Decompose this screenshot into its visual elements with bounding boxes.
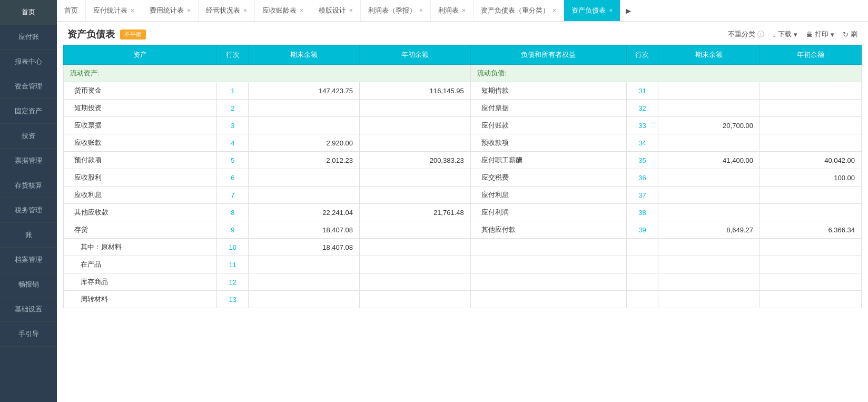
left-row-num: 12 xyxy=(217,273,249,291)
right-start-balance: 100.00 xyxy=(760,169,861,187)
left-start-balance xyxy=(360,273,471,291)
tab-balance-sheet[interactable]: 资产负债表 × xyxy=(564,0,620,21)
left-row-num: 9 xyxy=(217,221,249,239)
right-end-balance: 41,400.00 xyxy=(658,152,760,169)
right-label-cell xyxy=(470,239,626,256)
sidebar-item-cash-management[interactable]: 资金管理 xyxy=(0,74,57,99)
table-row: 应收股利 6 应交税费 36 100.00 xyxy=(64,169,862,187)
right-row-num: 33 xyxy=(626,117,658,134)
table-row: 预付款项 5 2,012.23 200,383.23 应付职工薪酬 35 41,… xyxy=(64,152,862,169)
table-row: 应收利息 7 应付利息 37 xyxy=(64,187,862,204)
sidebar-item-guide[interactable]: 手引导 xyxy=(0,322,57,347)
sidebar-item-home[interactable]: 首页 xyxy=(0,0,57,25)
right-end-balance: 8,649.27 xyxy=(658,221,760,239)
sidebar-item-file-management[interactable]: 档案管理 xyxy=(0,248,57,272)
balance-sheet-table-wrapper: 资产 行次 期末余额 年初余额 负债和所有者权益 行次 期末余额 年初余额 流动… xyxy=(57,45,868,319)
left-start-balance xyxy=(360,169,471,187)
left-end-balance xyxy=(249,256,360,273)
tab-home[interactable]: 首页 xyxy=(57,0,86,21)
right-start-balance xyxy=(760,134,861,152)
sidebar-item-basic-settings[interactable]: 基础设置 xyxy=(0,297,57,322)
right-start-balance xyxy=(760,187,861,204)
left-start-balance: 21,761.48 xyxy=(360,204,471,221)
left-start-balance xyxy=(360,221,471,239)
tab-operations[interactable]: 经营状况表 × xyxy=(199,0,255,21)
left-label-cell: 应收票据 xyxy=(64,117,217,134)
right-row-num xyxy=(626,256,658,273)
sidebar-item-stock-settlement[interactable]: 存货核算 xyxy=(0,173,57,198)
page-title-area: 资产负债表 不平衡 xyxy=(67,28,146,41)
tab-bar: 首页 应付统计表 × 费用统计表 × 经营状况表 × 应收账龄表 × 模版设计 … xyxy=(57,0,868,22)
right-end-balance xyxy=(658,169,760,187)
sidebar-item-accounting[interactable]: 账 xyxy=(0,223,57,248)
tab-payable-stats[interactable]: 应付统计表 × xyxy=(86,0,142,21)
right-start-balance xyxy=(760,291,861,308)
right-label-cell xyxy=(470,256,626,273)
left-label-cell: 应收账款 xyxy=(64,134,217,152)
close-tab-operations[interactable]: × xyxy=(243,7,247,14)
download-button[interactable]: ↓ 下载 ▾ xyxy=(773,30,798,39)
content-area: 资产负债表 不平衡 不重分类 ⓘ ↓ 下载 ▾ 🖶 打印 xyxy=(57,22,868,402)
close-tab-receivable-aging[interactable]: × xyxy=(300,7,303,14)
right-start-balance xyxy=(760,117,861,134)
right-row-num xyxy=(626,273,658,291)
left-start-balance xyxy=(360,117,471,134)
tab-more-button[interactable]: ▶ xyxy=(620,0,636,21)
sidebar-item-accounts-payable[interactable]: 应付账 xyxy=(0,25,57,50)
right-label-cell: 预收款项 xyxy=(470,134,626,152)
right-row-num: 34 xyxy=(626,134,658,152)
close-tab-profit-quarterly[interactable]: × xyxy=(419,7,423,14)
left-end-balance xyxy=(249,117,360,134)
th-end-balance-left: 期末余额 xyxy=(249,45,360,65)
right-label-cell xyxy=(470,273,626,291)
print-button[interactable]: 🖶 打印 ▾ xyxy=(806,30,834,39)
right-row-num: 36 xyxy=(626,169,658,187)
left-label-cell: 短期投资 xyxy=(64,100,217,117)
tab-balance-reclassified[interactable]: 资产负债表（重分类） × xyxy=(474,0,564,21)
sidebar-item-quick-sales[interactable]: 畅报销 xyxy=(0,272,57,297)
left-end-balance: 2,012.23 xyxy=(249,152,360,169)
table-row: 应收账款 4 2,920.00 预收款项 34 xyxy=(64,134,862,152)
close-tab-payable-stats[interactable]: × xyxy=(131,7,134,14)
th-liability: 负债和所有者权益 xyxy=(470,45,626,65)
tab-profit[interactable]: 利润表 × xyxy=(431,0,474,21)
sidebar-item-report-center[interactable]: 报表中心 xyxy=(0,50,57,74)
left-row-num: 8 xyxy=(217,204,249,221)
left-label-cell: 应收利息 xyxy=(64,187,217,204)
tab-receivable-aging[interactable]: 应收账龄表 × xyxy=(255,0,311,21)
right-row-num: 39 xyxy=(626,221,658,239)
right-row-num: 38 xyxy=(626,204,658,221)
right-label-cell: 应付账款 xyxy=(470,117,626,134)
left-end-balance: 2,920.00 xyxy=(249,134,360,152)
right-row-num xyxy=(626,291,658,308)
refresh-button[interactable]: ↻ 刷 xyxy=(843,30,857,39)
tab-expense-stats[interactable]: 费用统计表 × xyxy=(142,0,199,21)
tab-template-design[interactable]: 模版设计 × xyxy=(311,0,361,21)
left-end-balance xyxy=(249,273,360,291)
left-row-num: 11 xyxy=(217,256,249,273)
section-left-label: 流动资产: xyxy=(64,65,471,82)
sidebar-item-fixed-assets[interactable]: 固定资产 xyxy=(0,99,57,124)
close-tab-balance-sheet[interactable]: × xyxy=(609,7,613,14)
left-end-balance xyxy=(249,100,360,117)
tab-profit-quarterly[interactable]: 利润表（季报） × xyxy=(361,0,431,21)
close-tab-expense-stats[interactable]: × xyxy=(187,7,191,14)
table-row: 其他应收款 8 22,241.04 21,761.48 应付利润 38 xyxy=(64,204,862,221)
table-row: 短期投资 2 应付票据 32 xyxy=(64,100,862,117)
right-row-num: 32 xyxy=(626,100,658,117)
sidebar-item-investment[interactable]: 投资 xyxy=(0,124,57,149)
page-title: 资产负债表 xyxy=(67,28,115,41)
left-end-balance: 18,407.08 xyxy=(249,221,360,239)
sidebar-item-bill-management[interactable]: 票据管理 xyxy=(0,149,57,173)
right-end-balance xyxy=(658,239,760,256)
right-label-cell: 应付票据 xyxy=(470,100,626,117)
sidebar-item-tax-management[interactable]: 税务管理 xyxy=(0,198,57,223)
th-asset: 资产 xyxy=(64,45,217,65)
left-end-balance: 22,241.04 xyxy=(249,204,360,221)
close-tab-profit[interactable]: × xyxy=(462,7,466,14)
right-start-balance: 40,042.00 xyxy=(760,152,861,169)
left-start-balance: 116,145.95 xyxy=(360,82,471,100)
close-tab-balance-reclassified[interactable]: × xyxy=(553,7,556,14)
close-tab-template-design[interactable]: × xyxy=(349,7,353,14)
table-row: 货币资金 1 147,423.75 116,145.95 短期借款 31 xyxy=(64,82,862,100)
